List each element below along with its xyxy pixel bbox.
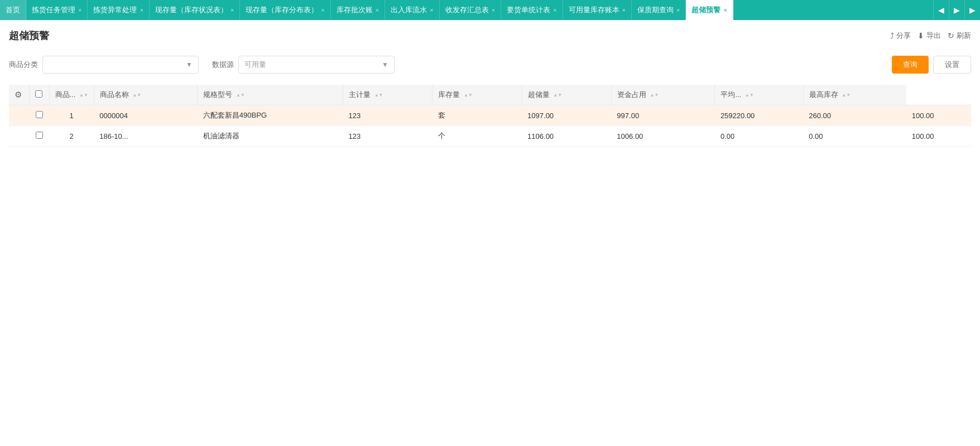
share-button[interactable]: ⤴ 分享 xyxy=(890,31,911,41)
sort-avg-icon: ▲▼ xyxy=(745,93,754,98)
row-overstock-qty-1: 1006.00 xyxy=(611,126,715,147)
row-avg-1: 0.00 xyxy=(803,126,906,147)
row-num-0: 1 xyxy=(49,105,94,126)
nav-stock-dist[interactable]: 现存量（库存分布表） × xyxy=(240,0,330,20)
nav-avail-stock[interactable]: 可用量库存账本 × xyxy=(563,0,632,20)
close-inout-flow[interactable]: × xyxy=(430,7,433,13)
nav-task-mgmt[interactable]: 拣货任务管理 × xyxy=(26,0,88,20)
nav-order-stat[interactable]: 要货单统计表 × xyxy=(501,0,563,20)
nav-inout-flow[interactable]: 出入库流水 × xyxy=(385,0,439,20)
table-row: 2 186-10... 机油滤清器 123 个 1106.00 1006.00 … xyxy=(9,126,971,147)
datasource-select-value: 可用量 xyxy=(244,60,266,70)
nav-overstock[interactable]: 超储预警 × xyxy=(686,0,733,20)
category-dropdown-icon: ▼ xyxy=(186,61,193,69)
sort-product-name-icon: ▲▼ xyxy=(132,93,141,98)
nav-abnormal[interactable]: 拣货异常处理 × xyxy=(88,0,149,20)
sort-overstock-qty-icon: ▲▼ xyxy=(553,93,562,98)
close-recv-send[interactable]: × xyxy=(492,7,495,13)
row-product-name-1: 机油滤清器 xyxy=(198,126,343,147)
row-stock-qty-1: 1106.00 xyxy=(522,126,611,147)
row-checkbox-cell xyxy=(29,105,49,126)
select-all-checkbox[interactable] xyxy=(35,90,42,98)
col-unit[interactable]: 主计量 ▲▼ xyxy=(343,85,433,105)
row-product-name-0: 六配套新昌490BPG xyxy=(198,105,343,126)
sort-max-stock-icon: ▲▼ xyxy=(842,93,851,98)
nav-arrow-left[interactable]: ◀ xyxy=(933,0,949,20)
close-avail-stock[interactable]: × xyxy=(622,7,626,13)
table-header: ⚙ 商品... ▲▼ 商品名称 ▲▼ 规格型号 ▲▼ 主计 xyxy=(9,85,971,105)
row-checkbox-0[interactable] xyxy=(36,111,43,118)
sort-capital-icon: ▲▼ xyxy=(650,93,659,98)
row-product-code-0: 0000004 xyxy=(94,105,198,126)
share-icon: ⤴ xyxy=(890,31,894,40)
close-abnormal[interactable]: × xyxy=(140,7,143,13)
top-navigation: 首页 拣货任务管理 × 拣货异常处理 × 现存量（库存状况表） × 现存量（库存… xyxy=(0,0,980,20)
col-capital-occupy[interactable]: 资金占用 ▲▼ xyxy=(611,85,715,105)
page-title: 超储预警 xyxy=(9,29,49,42)
filter-actions: 查询 设置 xyxy=(892,56,971,74)
filter-bar: 商品分类 ▼ 数据源 可用量 ▼ 查询 设置 xyxy=(9,51,971,78)
row-spec-1: 123 xyxy=(343,126,433,147)
row-checkbox-cell xyxy=(29,126,49,147)
nav-quality-check[interactable]: 保质期查询 × xyxy=(632,0,686,20)
close-stock-dist[interactable]: × xyxy=(321,7,324,13)
row-spec-0: 123 xyxy=(343,105,433,126)
category-select[interactable]: ▼ xyxy=(42,56,199,74)
close-order-stat[interactable]: × xyxy=(553,7,556,13)
sort-stock-qty-icon: ▲▼ xyxy=(464,93,473,98)
category-label: 商品分类 xyxy=(9,60,38,70)
nav-arrow-more[interactable]: ▶ xyxy=(964,0,980,20)
row-max-stock-1: 100.00 xyxy=(906,126,971,147)
refresh-button[interactable]: ↻ 刷新 xyxy=(948,31,971,41)
row-checkbox-1[interactable] xyxy=(36,132,43,139)
close-overstock[interactable]: × xyxy=(723,7,727,13)
data-table: ⚙ 商品... ▲▼ 商品名称 ▲▼ 规格型号 ▲▼ 主计 xyxy=(9,85,971,147)
datasource-label: 数据源 xyxy=(212,60,234,70)
row-capital-occupy-0: 259220.00 xyxy=(715,105,803,126)
nav-batch[interactable]: 库存批次账 × xyxy=(331,0,385,20)
category-filter: 商品分类 ▼ xyxy=(9,56,199,74)
row-num-1: 2 xyxy=(49,126,94,147)
nav-recv-send[interactable]: 收发存汇总表 × xyxy=(440,0,501,20)
row-avg-0: 260.00 xyxy=(803,105,906,126)
col-product-code[interactable]: 商品... ▲▼ xyxy=(49,85,94,105)
col-max-stock[interactable]: 最高库存 ▲▼ xyxy=(803,85,906,105)
page-container: 超储预警 ⤴ 分享 ⬇ 导出 ↻ 刷新 商品分类 ▼ 数据源 xyxy=(0,20,980,446)
row-gear-cell xyxy=(9,126,29,147)
close-task-mgmt[interactable]: × xyxy=(78,7,81,13)
datasource-select[interactable]: 可用量 ▼ xyxy=(238,56,395,74)
sort-spec-icon: ▲▼ xyxy=(236,93,245,98)
query-button[interactable]: 查询 xyxy=(892,56,929,74)
refresh-icon: ↻ xyxy=(948,31,954,40)
row-unit-1: 个 xyxy=(433,126,522,147)
nav-home[interactable]: 首页 xyxy=(0,0,26,20)
nav-arrow-right[interactable]: ▶ xyxy=(949,0,964,20)
settings-button[interactable]: 设置 xyxy=(933,56,971,74)
sort-unit-icon: ▲▼ xyxy=(374,93,383,98)
nav-stock-status[interactable]: 现存量（库存状况表） × xyxy=(150,0,240,20)
table-row: 1 0000004 六配套新昌490BPG 123 套 1097.00 997.… xyxy=(9,105,971,126)
close-batch[interactable]: × xyxy=(376,7,379,13)
row-stock-qty-0: 1097.00 xyxy=(522,105,611,126)
row-product-code-1: 186-10... xyxy=(94,126,198,147)
col-spec[interactable]: 规格型号 ▲▼ xyxy=(198,85,343,105)
col-stock-qty[interactable]: 库存量 ▲▼ xyxy=(433,85,522,105)
col-product-name[interactable]: 商品名称 ▲▼ xyxy=(94,85,198,105)
col-gear: ⚙ xyxy=(9,85,29,105)
col-header-checkbox xyxy=(29,85,49,105)
row-max-stock-0: 100.00 xyxy=(906,105,971,126)
datasource-filter: 数据源 可用量 ▼ xyxy=(212,56,395,74)
close-quality-check[interactable]: × xyxy=(676,7,680,13)
datasource-dropdown-icon: ▼ xyxy=(382,61,388,69)
export-button[interactable]: ⬇ 导出 xyxy=(917,31,941,41)
table-body: 1 0000004 六配套新昌490BPG 123 套 1097.00 997.… xyxy=(9,105,971,147)
close-stock-status[interactable]: × xyxy=(230,7,234,13)
col-avg[interactable]: 平均... ▲▼ xyxy=(715,85,803,105)
export-icon: ⬇ xyxy=(917,31,924,40)
col-overstock-qty[interactable]: 超储量 ▲▼ xyxy=(522,85,611,105)
gear-settings-icon[interactable]: ⚙ xyxy=(15,90,22,99)
header-actions: ⤴ 分享 ⬇ 导出 ↻ 刷新 xyxy=(890,31,971,41)
row-gear-cell xyxy=(9,105,29,126)
page-header: 超储预警 ⤴ 分享 ⬇ 导出 ↻ 刷新 xyxy=(9,29,971,42)
row-unit-0: 套 xyxy=(433,105,522,126)
